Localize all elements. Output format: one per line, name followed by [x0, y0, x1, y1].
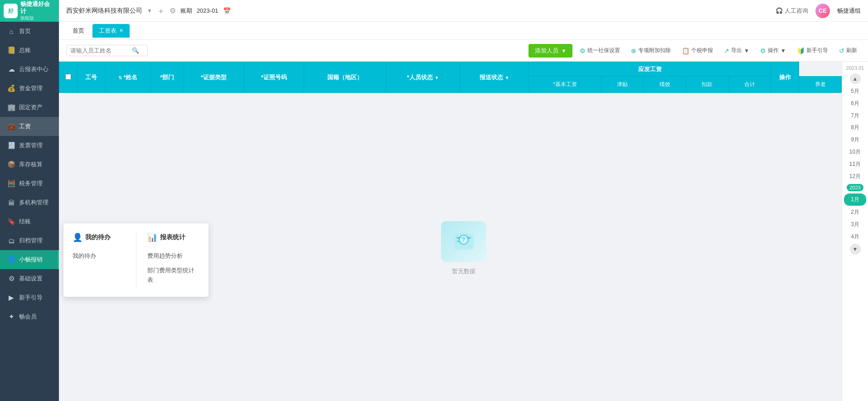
timeline-oct[interactable]: 10月	[842, 146, 868, 158]
tab-home[interactable]: 首页	[66, 24, 91, 38]
operations-dropdown-icon: ▼	[781, 48, 786, 54]
timeline-dec[interactable]: 12月	[842, 170, 868, 183]
timeline-sep-label: 9月	[851, 136, 859, 143]
th-report-status: 报送状态 ▼	[460, 62, 529, 93]
sidebar-label-salary: 工资	[19, 122, 31, 130]
period-label: 账期	[180, 7, 192, 15]
timeline-mar[interactable]: 3月	[842, 218, 868, 231]
guide-action[interactable]: 🔰 新手引导	[793, 45, 832, 56]
th-checkbox	[59, 62, 78, 93]
sidebar-label-multi-org: 多机构管理	[19, 198, 48, 207]
timeline-sep[interactable]: 9月	[842, 134, 868, 146]
sidebar-label-funds: 资金管理	[19, 84, 43, 92]
sidebar-item-settings[interactable]: ⚙ 基础设置	[0, 269, 59, 288]
timeline-jul[interactable]: 7月	[842, 110, 868, 122]
guide-icon: 🔰	[797, 47, 805, 54]
popup-section-reports-title: 📊 报表统计	[147, 232, 200, 242]
main-content: 西安虾米网络科技有限公司 ▼ ＋ ⚙ 账期 2023-01 📅 🎧 人工咨询 C…	[59, 0, 868, 401]
sidebar-item-expense[interactable]: 🌀 小畅报销	[0, 250, 59, 269]
user-avatar: CE	[815, 4, 830, 18]
sidebar-item-guide[interactable]: ▶ 新手引导	[0, 288, 59, 307]
sidebar-label-home: 首页	[19, 27, 31, 35]
social-security-icon: ⚙	[580, 47, 586, 54]
period-calendar-icon[interactable]: 📅	[223, 7, 231, 14]
sidebar-item-reports[interactable]: ☁ 云报表中心	[0, 60, 59, 79]
select-all-checkbox[interactable]	[65, 74, 71, 80]
refresh-action[interactable]: ↺ 刷新	[835, 45, 861, 56]
search-input[interactable]	[70, 47, 129, 54]
popup-section-todo-title: 👤 我的待办	[73, 232, 125, 242]
sidebar-item-multi-org[interactable]: 🏛 多机构管理	[0, 193, 59, 212]
timeline-jan-label: 1月	[851, 196, 859, 203]
export-dropdown-icon: ▼	[744, 48, 749, 54]
timeline-aug[interactable]: 8月	[842, 121, 868, 134]
sidebar-item-tax[interactable]: 🧮 税务管理	[0, 174, 59, 193]
app-logo: 好 畅捷通好会计 旗舰版	[0, 0, 59, 22]
th-status: *人员状态 ▼	[386, 62, 460, 93]
th-employee-id: 工号	[78, 62, 106, 93]
timeline-jun[interactable]: 6月	[842, 97, 868, 110]
sidebar-item-ledger[interactable]: 📒 总账	[0, 41, 59, 60]
timeline-may[interactable]: 5月	[842, 85, 868, 97]
timeline-down-button[interactable]: ▼	[850, 244, 861, 255]
service-button[interactable]: 🎧 人工咨询	[776, 7, 808, 15]
member-icon: ✦	[7, 313, 15, 321]
sidebar-label-settings: 基础设置	[19, 275, 43, 283]
tab-salary[interactable]: 工资表 ✕	[92, 24, 130, 38]
sidebar-item-settlement[interactable]: 🔖 结账	[0, 212, 59, 231]
timeline-apr-label: 4月	[851, 233, 859, 240]
sidebar-item-archive[interactable]: 🗂 归档管理	[0, 231, 59, 250]
popup-reports-label: 报表统计	[160, 233, 185, 242]
app-name: 畅捷通好会计	[20, 0, 55, 14]
refresh-label: 刷新	[846, 47, 857, 54]
company-dropdown-icon[interactable]: ▼	[147, 8, 152, 14]
popup-item-expense-trend[interactable]: 费用趋势分析	[147, 249, 200, 264]
sidebar-item-funds[interactable]: 💰 资金管理	[0, 79, 59, 98]
search-box: 🔍	[66, 45, 148, 56]
sidebar-item-invoices[interactable]: 🧾 发票管理	[0, 136, 59, 155]
tab-home-label: 首页	[73, 27, 84, 35]
tab-close-icon[interactable]: ✕	[119, 28, 123, 34]
filter-status-icon[interactable]: ▼	[434, 75, 439, 80]
filter-report-icon[interactable]: ▼	[505, 75, 509, 80]
th-nationality: 国籍（地区）	[304, 62, 386, 93]
ledger-icon: 📒	[7, 46, 15, 54]
tax-report-label: 个税申报	[691, 47, 713, 54]
add-company-icon[interactable]: ＋	[157, 5, 165, 16]
sidebar-item-member[interactable]: ✦ 畅会员	[0, 307, 59, 326]
guide-label: 新手引导	[806, 47, 828, 54]
timeline-up-button[interactable]: ▲	[850, 73, 861, 84]
timeline-may-label: 5月	[851, 88, 859, 94]
sidebar-item-salary[interactable]: 💼 工资	[0, 117, 59, 136]
user-avatar-letters: CE	[819, 7, 827, 14]
social-security-label: 统一社保设置	[587, 47, 620, 54]
popup-item-my-todo[interactable]: 我的待办	[73, 249, 125, 264]
timeline-jan-active[interactable]: 1月	[844, 193, 866, 206]
add-person-button[interactable]: 添加人员 ▼	[529, 44, 572, 58]
sidebar-item-assets[interactable]: 🏢 固定资产	[0, 98, 59, 117]
sidebar-label-tax: 税务管理	[19, 179, 43, 188]
archive-icon: 🗂	[7, 237, 15, 245]
export-action[interactable]: ↗ 导出 ▼	[720, 45, 753, 56]
sidebar-label-ledger: 总账	[19, 46, 31, 54]
popup-item-dept-expense[interactable]: 部门费用类型统计表	[147, 263, 200, 288]
popup-col-reports: 📊 报表统计 费用趋势分析 部门费用类型统计表	[147, 232, 200, 288]
sidebar-label-invoices: 发票管理	[19, 141, 43, 150]
sidebar-item-inventory[interactable]: 📦 库存核算	[0, 155, 59, 174]
sidebar-item-home[interactable]: ⌂ 首页	[0, 22, 59, 41]
special-deduction-action[interactable]: ⊕ 专项附加扣除	[627, 45, 674, 56]
social-security-action[interactable]: ⚙ 统一社保设置	[576, 45, 624, 56]
th-id-number: *证照号码	[244, 62, 304, 93]
tab-bar: 首页 工资表 ✕	[59, 22, 868, 40]
operations-label: 操作	[768, 47, 779, 54]
tax-report-action[interactable]: 📋 个税申报	[678, 45, 717, 56]
operations-action[interactable]: ⚙ 操作 ▼	[756, 45, 790, 56]
timeline-nov[interactable]: 11月	[842, 158, 868, 170]
th-total: 合计	[728, 77, 771, 93]
timeline-jul-label: 7月	[851, 112, 859, 119]
timeline-feb[interactable]: 2月	[842, 206, 868, 218]
timeline-apr[interactable]: 4月	[842, 231, 868, 243]
salary-table: 工号 ⇅ *姓名 *部门 *证据类型 *证照号码 国籍（地区） *人员状态 ▼ …	[59, 62, 842, 93]
search-icon[interactable]: 🔍	[132, 47, 139, 54]
settings-gear-icon[interactable]: ⚙	[170, 6, 176, 15]
